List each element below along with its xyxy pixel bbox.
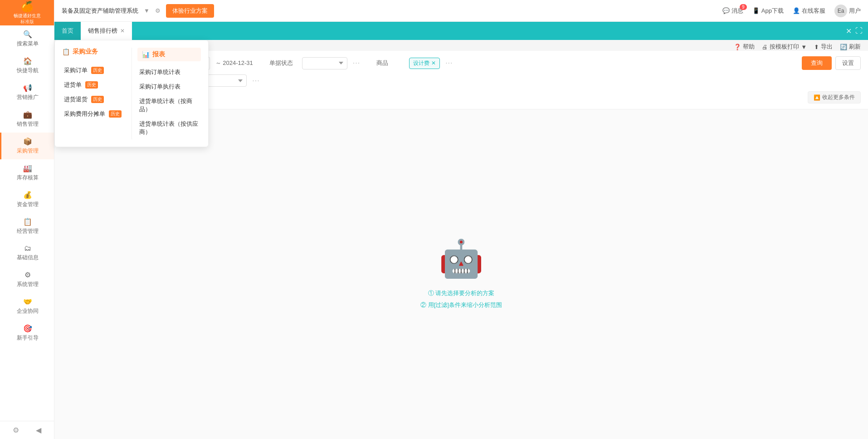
staff-more-icon[interactable]: ··· bbox=[252, 77, 259, 85]
sidebar-label-sales: 销售管理 bbox=[17, 120, 39, 128]
system-icon: ⚙ bbox=[24, 271, 31, 279]
hist-badge-2: 历史 bbox=[85, 81, 98, 89]
goods-label: 商品 bbox=[376, 59, 404, 67]
dropdown-item-cost[interactable]: 采购费用分摊单 历史 bbox=[62, 107, 126, 121]
sidebar-item-guide[interactable]: 🎯 新手引导 bbox=[0, 320, 54, 346]
tab-sales-rank-label: 销售排行榜 bbox=[88, 27, 117, 35]
sidebar-item-operation[interactable]: 📋 经营管理 bbox=[0, 213, 54, 240]
help-icon: ❓ bbox=[734, 44, 741, 50]
logo-icon: 🍊 bbox=[21, 1, 33, 13]
dropdown-item-stock-in[interactable]: 进货单 历史 bbox=[62, 78, 126, 92]
tab-bar: 首页 销售排行榜 ✕ ✕ ⛶ bbox=[54, 22, 868, 40]
top-header: 装备及固定资产辅助管理系统 ▼ ⚙ 体验行业方案 💬 消息 9 📱 App下载 … bbox=[54, 0, 868, 22]
service-label: 在线客服 bbox=[802, 7, 825, 15]
query-button[interactable]: 查询 bbox=[802, 56, 832, 70]
sidebar-item-sales[interactable]: 💼 销售管理 bbox=[0, 106, 54, 133]
report-col-icon: 📊 bbox=[142, 51, 150, 58]
goods-stat-label: 进货单统计表（按商品） bbox=[139, 97, 200, 113]
sidebar-item-corp[interactable]: 🤝 企业协同 bbox=[0, 293, 54, 320]
tab-sales-rank[interactable]: 销售排行榜 ✕ bbox=[81, 22, 132, 40]
order-exec-label: 采购订单执行表 bbox=[139, 83, 180, 91]
tab-close-icon[interactable]: ✕ bbox=[120, 28, 125, 34]
dropdown-item-goods-stat[interactable]: 进货单统计表（按商品） bbox=[137, 94, 201, 117]
dropdown-item-return[interactable]: 进货退货 历史 bbox=[62, 92, 126, 107]
sidebar-item-finance[interactable]: 💰 资金管理 bbox=[0, 186, 54, 213]
goods-tag: 设计费 ✕ bbox=[409, 58, 440, 69]
collapse-button[interactable]: 🔼 收起更多条件 bbox=[808, 91, 861, 104]
sidebar-label-inventory: 库存核算 bbox=[17, 174, 39, 182]
dropdown-item-supplier-stat[interactable]: 进货单统计表（按供应商） bbox=[137, 117, 201, 139]
industry-button[interactable]: 体验行业方案 bbox=[166, 4, 214, 18]
order-stat-label: 采购订单统计表 bbox=[139, 68, 180, 76]
dropdown-col-purchase: 📋 采购业务 采购订单 历史 进货单 历史 进货退货 历史 采购费用分摊单 历史 bbox=[62, 48, 126, 139]
cost-label: 采购费用分摊单 bbox=[64, 110, 105, 118]
help-button[interactable]: ❓ 帮助 bbox=[734, 43, 755, 51]
empty-tip-2: ② 用[过滤]条件来缩小分析范围 bbox=[420, 299, 502, 311]
sidebar-item-base[interactable]: 🗂 基础信息 bbox=[0, 240, 54, 266]
sidebar-item-search[interactable]: 🔍 搜索菜单 bbox=[0, 25, 54, 52]
collapse-sidebar-icon[interactable]: ◀ bbox=[36, 426, 41, 434]
user-label: 用户 bbox=[849, 7, 861, 15]
stock-in-label: 进货单 bbox=[64, 81, 82, 89]
service-item[interactable]: 👤 在线客服 bbox=[793, 7, 825, 15]
header-settings-icon[interactable]: ⚙ bbox=[155, 7, 161, 14]
goods-tag-close[interactable]: ✕ bbox=[431, 60, 436, 66]
settings-button[interactable]: 设置 bbox=[835, 56, 861, 70]
sidebar-bottom: ⚙ ◀ bbox=[0, 421, 54, 439]
export-icon: ⬆ bbox=[814, 44, 819, 50]
purchase-order-label: 采购订单 bbox=[64, 66, 88, 74]
empty-area: 🤖 ① 请先选择要分析的方案 ② 用[过滤]条件来缩小分析范围 bbox=[54, 109, 868, 439]
brand-name: 畅捷通好生意 标准版 bbox=[14, 13, 41, 25]
goods-tag-label: 设计费 bbox=[413, 59, 429, 67]
hist-badge-4: 历史 bbox=[109, 110, 122, 118]
tab-expand-icon[interactable]: ⛶ bbox=[855, 27, 863, 35]
tab-home[interactable]: 首页 bbox=[54, 22, 81, 40]
dropdown-title-report: 📊 报表 bbox=[137, 48, 201, 61]
print-button[interactable]: 🖨 按模板打印 ▼ bbox=[762, 43, 807, 51]
avatar: Ea bbox=[834, 5, 847, 17]
dropdown-col-report: 📊 报表 采购订单统计表 采购订单执行表 进货单统计表（按商品） 进货单统计表（… bbox=[137, 48, 201, 139]
sidebar-item-quick-nav[interactable]: 🏠 快捷导航 bbox=[0, 52, 54, 79]
sidebar-item-system[interactable]: ⚙ 系统管理 bbox=[0, 266, 54, 293]
purchase-dropdown-menu: 📋 采购业务 采购订单 历史 进货单 历史 进货退货 历史 采购费用分摊单 历史 bbox=[54, 40, 209, 147]
sidebar-label-base: 基础信息 bbox=[17, 254, 39, 261]
service-icon: 👤 bbox=[793, 7, 800, 14]
filter-actions: 查询 设置 bbox=[802, 56, 861, 70]
system-title: 装备及固定资产辅助管理系统 bbox=[62, 7, 138, 15]
sidebar: 🍊 畅捷通好生意 标准版 🔍 搜索菜单 🏠 快捷导航 📢 营销推广 💼 销售管理… bbox=[0, 0, 54, 439]
tab-close-all-icon[interactable]: ✕ bbox=[846, 27, 852, 35]
dropdown-item-order-stat[interactable]: 采购订单统计表 bbox=[137, 65, 201, 79]
sidebar-item-inventory[interactable]: 🏭 库存核算 bbox=[0, 159, 54, 186]
export-button[interactable]: ⬆ 导出 bbox=[814, 43, 833, 51]
print-dropdown-icon: ▼ bbox=[801, 44, 807, 50]
sidebar-item-marketing[interactable]: 📢 营销推广 bbox=[0, 79, 54, 106]
purchase-icon: 📦 bbox=[23, 137, 32, 146]
purchase-col-icon: 📋 bbox=[62, 48, 70, 55]
user-item[interactable]: Ea 用户 bbox=[834, 5, 861, 17]
header-dropdown-icon[interactable]: ▼ bbox=[144, 7, 150, 14]
sales-icon: 💼 bbox=[23, 110, 32, 119]
collapse-label: 收起更多条件 bbox=[822, 94, 855, 101]
date-range-value: ～ 2024-12-31 bbox=[215, 59, 253, 67]
search-icon: 🔍 bbox=[23, 30, 32, 39]
print-icon: 🖨 bbox=[762, 44, 768, 50]
operation-icon: 📋 bbox=[23, 217, 32, 226]
app-download-item[interactable]: 📱 App下载 bbox=[752, 7, 784, 15]
status-more-icon[interactable]: ··· bbox=[353, 59, 360, 67]
header-right: 💬 消息 9 📱 App下载 👤 在线客服 Ea 用户 bbox=[722, 5, 861, 17]
sidebar-label-guide: 新手引导 bbox=[17, 334, 39, 342]
message-badge: 9 bbox=[740, 4, 747, 10]
finance-icon: 💰 bbox=[23, 191, 32, 199]
phone-icon: 📱 bbox=[752, 7, 760, 14]
settings-bottom-icon[interactable]: ⚙ bbox=[13, 426, 19, 434]
dropdown-item-purchase-order[interactable]: 采购订单 历史 bbox=[62, 63, 126, 78]
message-item[interactable]: 💬 消息 9 bbox=[722, 7, 743, 15]
sidebar-logo: 🍊 畅捷通好生意 标准版 bbox=[0, 0, 54, 25]
hist-badge-3: 历史 bbox=[91, 96, 104, 103]
sidebar-item-purchase[interactable]: 📦 采购管理 bbox=[0, 133, 54, 159]
status-select[interactable] bbox=[302, 57, 347, 69]
refresh-button[interactable]: 🔄 刷新 bbox=[840, 43, 861, 51]
goods-more-icon[interactable]: ··· bbox=[445, 59, 453, 67]
sidebar-label-quick-nav: 快捷导航 bbox=[17, 67, 39, 74]
dropdown-item-order-exec[interactable]: 采购订单执行表 bbox=[137, 79, 201, 94]
